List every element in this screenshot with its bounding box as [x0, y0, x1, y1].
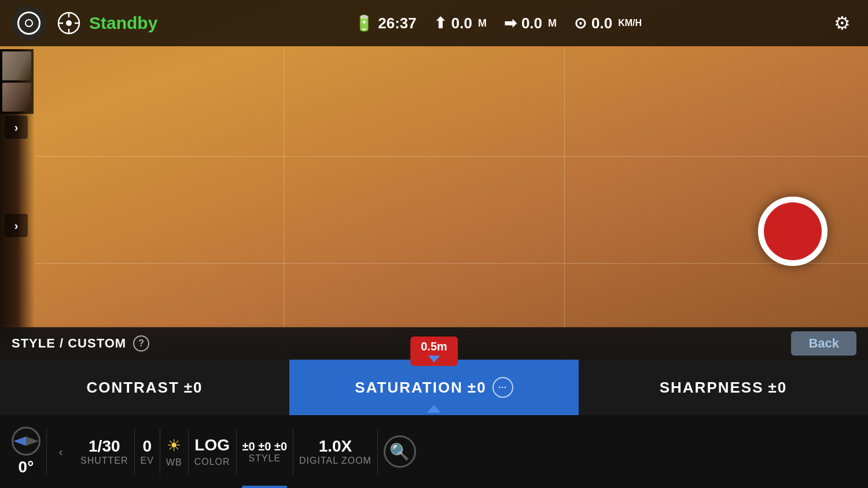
saturation-control[interactable]: SATURATION ±0 ···: [289, 360, 579, 415]
style-label-bottom: STYLE: [248, 453, 281, 464]
camera-view: [0, 0, 868, 382]
sharpness-value: ±0: [768, 379, 788, 397]
style-label: STYLE / CUSTOM: [12, 336, 126, 351]
expand-arrow-bottom[interactable]: ›: [5, 214, 28, 237]
logo-inner-circle: [25, 19, 33, 27]
speed-icon: ⊙: [574, 14, 587, 32]
distance-badge: 0.5m: [410, 337, 458, 366]
ev-value: 0: [142, 437, 152, 456]
wb-sun-icon: ☀: [167, 436, 181, 455]
distance-badge-value: 0.5m: [421, 340, 447, 353]
sharpness-label: SHARPNESS: [660, 379, 764, 397]
chevron-right-icon-2: ›: [14, 219, 19, 232]
thumbnail-1-image: [2, 51, 31, 80]
compass-degree-value: 0°: [19, 458, 34, 476]
zoom-label: DIGITAL ZOOM: [299, 456, 372, 466]
distance-value: 0.0: [521, 14, 542, 32]
distance-unit: M: [548, 17, 557, 29]
search-camera-button[interactable]: 🔍: [384, 435, 416, 468]
speed-stat: ⊙ 0.0 KM/H: [574, 14, 642, 32]
ev-label: EV: [141, 456, 154, 466]
compass-needle: [13, 428, 39, 454]
logo-circle-icon: [17, 12, 41, 35]
search-camera-icon: 🔍: [389, 442, 410, 461]
altitude-unit: M: [478, 17, 487, 29]
saturation-up-arrow: [427, 405, 441, 413]
zoom-value: 1.0X: [319, 437, 352, 456]
altitude-stat: ⬆ 0.0 M: [434, 14, 487, 32]
shutter-value-section[interactable]: 1/30 SHUTTER: [75, 415, 134, 488]
battery-value: 26:37: [378, 14, 417, 32]
style-active-indicator: [242, 486, 287, 488]
compass-degree-row: 0°: [19, 458, 34, 476]
grid-line-horizontal-2: [35, 263, 868, 264]
ev-section[interactable]: 0 EV: [135, 415, 160, 488]
expand-arrow-top[interactable]: ›: [5, 116, 28, 139]
header-stats: 🔋 26:37 ⬆ 0.0 M ➡ 0.0 M ⊙ 0.0 KM/H: [181, 14, 816, 32]
shutter-left-arrow[interactable]: ‹: [53, 443, 69, 460]
grid-line-horizontal-1: [35, 156, 868, 157]
chevron-left-icon: ‹: [59, 445, 63, 459]
chevron-right-icon: ›: [14, 121, 19, 134]
svg-point-5: [66, 20, 72, 26]
record-button[interactable]: [758, 197, 827, 266]
speed-unit: KM/H: [618, 18, 642, 28]
standby-status: Standby: [89, 13, 157, 33]
compass-section: 0°: [6, 415, 46, 488]
distance-stat: ➡ 0.0 M: [504, 14, 557, 32]
sharpness-control[interactable]: SHARPNESS ±0: [579, 360, 868, 415]
gear-icon: ⚙: [834, 12, 851, 34]
thumbnail-2-image: [2, 83, 31, 112]
log-label: LOG: [194, 436, 230, 454]
help-icon[interactable]: ?: [133, 335, 149, 352]
battery-icon: 🔋: [355, 14, 373, 32]
zoom-section[interactable]: 1.0X DIGITAL ZOOM: [293, 415, 377, 488]
shutter-value: 1/30: [89, 437, 120, 456]
settings-button[interactable]: ⚙: [827, 9, 856, 38]
record-button-inner: [764, 202, 822, 260]
app-logo[interactable]: [12, 6, 46, 40]
altitude-icon: ⬆: [434, 14, 447, 32]
back-button[interactable]: Back: [791, 331, 856, 356]
wb-section[interactable]: ☀ WB: [160, 415, 188, 488]
altitude-value: 0.0: [451, 14, 472, 32]
distance-down-arrow: [428, 356, 440, 363]
saturation-options-icon[interactable]: ···: [492, 377, 513, 398]
compass-needle-left: [13, 437, 26, 446]
thumbnail-2[interactable]: [2, 83, 31, 112]
color-label: COLOR: [194, 457, 230, 467]
bottom-bar: 0° ‹ 1/30 SHUTTER 0 EV ☀ WB LOG COLOR ±0…: [0, 415, 868, 488]
saturation-value: ±0: [468, 379, 487, 397]
mode-icon: [54, 9, 83, 38]
shutter-label: SHUTTER: [80, 456, 128, 466]
contrast-value: ±0: [184, 379, 203, 397]
battery-stat: 🔋 26:37: [355, 14, 417, 32]
compass-needle-right: [26, 437, 39, 446]
saturation-label: SATURATION: [355, 379, 463, 397]
compass-dial: [12, 427, 41, 456]
thumbnail-strip: [0, 49, 34, 114]
header-bar: Standby 🔋 26:37 ⬆ 0.0 M ➡ 0.0 M ⊙ 0.0 KM…: [0, 0, 868, 46]
shutter-section: ‹: [47, 415, 75, 488]
speed-value: 0.0: [591, 14, 612, 32]
adjustment-row: CONTRAST ±0 SATURATION ±0 ··· SHARPNESS …: [0, 360, 868, 415]
thumbnail-1[interactable]: [2, 51, 31, 80]
search-camera-section[interactable]: 🔍: [378, 415, 422, 488]
style-values-display: ±0 ±0 ±0: [242, 440, 287, 453]
color-section[interactable]: LOG COLOR: [189, 415, 236, 488]
contrast-label: CONTRAST: [86, 379, 179, 397]
style-section[interactable]: ±0 ±0 ±0 STYLE: [237, 415, 293, 488]
contrast-control[interactable]: CONTRAST ±0: [0, 360, 289, 415]
wb-label: WB: [166, 457, 182, 468]
distance-icon: ➡: [504, 14, 517, 32]
